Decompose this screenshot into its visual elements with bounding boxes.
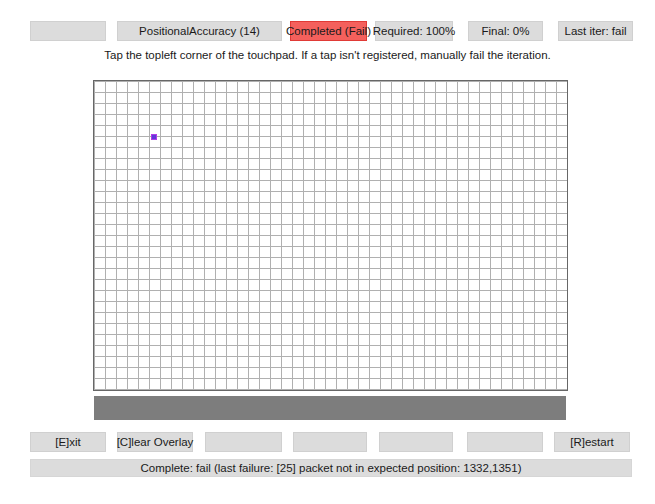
header-slot-empty xyxy=(30,21,106,41)
required-percentage-badge: Required: 100% xyxy=(375,21,453,41)
tap-point-marker xyxy=(151,134,157,140)
completion-status-badge: Completed (Fail) xyxy=(290,21,367,41)
instruction-text: Tap the topleft corner of the touchpad. … xyxy=(0,49,655,61)
completion-status-bar: Complete: fail (last failure: [25] packe… xyxy=(30,459,632,477)
restart-button[interactable]: [R]estart xyxy=(554,432,630,452)
footer-slot-empty-4 xyxy=(467,432,543,452)
final-percentage-badge: Final: 0% xyxy=(468,21,543,41)
exit-button[interactable]: [E]xit xyxy=(30,432,106,452)
touchpad-grid-surface[interactable] xyxy=(93,80,568,391)
last-iteration-badge: Last iter: fail xyxy=(558,21,633,41)
footer-slot-empty-1 xyxy=(205,432,282,452)
footer-slot-empty-2 xyxy=(293,432,367,452)
test-name-badge: PositionalAccuracy (14) xyxy=(117,21,282,41)
clear-overlay-button[interactable]: [C]lear Overlay xyxy=(117,432,193,452)
footer-slot-empty-3 xyxy=(379,432,453,452)
touchpad-button-zone[interactable] xyxy=(94,396,566,420)
